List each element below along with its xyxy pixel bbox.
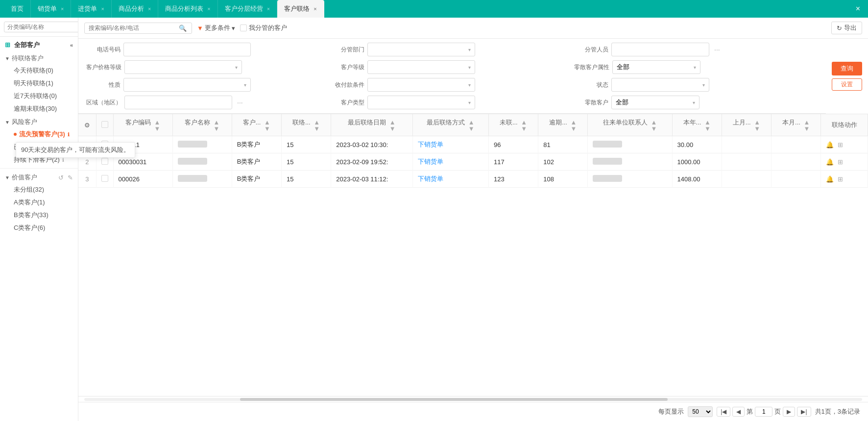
filter-region-ellipsis[interactable]: ··· [235, 99, 245, 106]
tab-customer-layer-close[interactable]: × [267, 0, 270, 18]
my-customers-wrap[interactable]: 我分管的客户 [240, 24, 287, 32]
tab-customer-contact[interactable]: 客户联络 × [277, 0, 324, 18]
row1-action-grid-icon[interactable]: ⊞ [838, 141, 843, 149]
row1-action-bell-icon[interactable]: 🔔 [826, 141, 834, 149]
sidebar-item-classA[interactable]: A类客户(1) [4, 196, 78, 209]
pagination: 每页显示 50 20 100 |◀ ◀ 第 页 ▶ ▶| 共1页，3条记录 [78, 402, 868, 421]
filter-nature: 性质 ▾ [86, 78, 330, 92]
row2-action-bell-icon[interactable]: 🔔 [826, 158, 834, 166]
more-conditions-btn[interactable]: ▼ 更多条件 ▾ [197, 24, 235, 32]
row3-action-grid-icon[interactable]: ⊞ [838, 175, 843, 183]
first-page-btn[interactable]: |◀ [717, 407, 730, 417]
table-header-last-date[interactable]: 最后联络日期 ▲▼ [331, 114, 413, 136]
tab-sales[interactable]: 销货单 × [31, 0, 71, 18]
filter-status-select[interactable]: ▾ [611, 78, 709, 92]
sidebar-group-value[interactable]: ▼ 价值客户 ↺ ✎ [0, 171, 78, 183]
tab-purchase[interactable]: 进货单 × [71, 0, 111, 18]
filter-customer-level-select[interactable]: ▾ [367, 60, 475, 74]
table-header-overdue[interactable]: 逾期... ▲▼ [538, 114, 588, 136]
main-search-icon[interactable]: 🔍 [179, 25, 187, 32]
filter-payment-select[interactable]: ▾ [367, 78, 475, 92]
top-navigation: 首页 销货单 × 进货单 × 商品分析 × 商品分析列表 × 客户分层经营 × … [0, 0, 868, 18]
row2-last-method-link[interactable]: 下销货单 [418, 158, 443, 165]
sidebar-item-churn-warning[interactable]: 流失预警客户(3) ℹ [4, 128, 78, 141]
tab-purchase-close[interactable]: × [101, 0, 104, 18]
sidebar-all-customers[interactable]: ⊞ 全部客户 « [0, 37, 78, 51]
filter-manager-input[interactable] [611, 43, 709, 56]
row1-last-method-link[interactable]: 下销货单 [418, 141, 443, 148]
table-header-this-year[interactable]: 本年... ▲▼ [672, 114, 722, 136]
export-button[interactable]: ↻ 导出 [831, 22, 862, 34]
sidebar-item-tomorrow[interactable]: 明天待联络(1) [4, 77, 78, 90]
per-page-select[interactable]: 50 20 100 [688, 406, 713, 417]
table-header-last-month[interactable]: 上月... ▲▼ [722, 114, 771, 136]
table-header-last-method[interactable]: 最后联络方式 ▲▼ [412, 114, 488, 136]
value-refresh-icon[interactable]: ↺ [58, 174, 64, 181]
row3-checkbox[interactable] [96, 171, 113, 188]
tab-product-list[interactable]: 商品分析列表 × [158, 0, 217, 18]
sidebar-collapse-icon[interactable]: « [70, 42, 73, 48]
filter-scatter-select[interactable]: 全部 ▾ [611, 96, 699, 109]
settings-button[interactable]: 设置 [832, 78, 862, 91]
sidebar-item-ungroup[interactable]: 未分组(32) [4, 183, 78, 196]
prev-page-btn[interactable]: ◀ [732, 407, 745, 417]
tab-product-analysis[interactable]: 商品分析 × [112, 0, 158, 18]
row2-name [172, 153, 232, 171]
row3-last-method-link[interactable]: 下销货单 [418, 175, 443, 182]
filter-nature-select[interactable]: ▾ [123, 78, 251, 92]
horizontal-scrollbar[interactable] [78, 396, 868, 402]
filter-scatter-attr-select[interactable]: 全部 ▾ [612, 60, 700, 74]
tab-home[interactable]: 首页 [4, 0, 31, 18]
filter-region-input[interactable] [124, 96, 232, 109]
table-header-name[interactable]: 客户名称 ▲▼ [172, 114, 232, 136]
filter-dept-select[interactable]: ▾ [367, 43, 475, 56]
tab-product-analysis-label: 商品分析 [119, 0, 144, 18]
filter-customer-level-label: 客户等级 [330, 63, 364, 72]
sidebar-item-today[interactable]: 今天待联络(0) [4, 64, 78, 77]
churn-warning-info-icon[interactable]: ℹ [68, 132, 70, 137]
query-button[interactable]: 查询 [832, 62, 862, 75]
tab-customer-layer[interactable]: 客户分层经营 × [218, 0, 277, 18]
table-header-type[interactable]: 客户... ▲▼ [232, 114, 281, 136]
tab-product-analysis-close[interactable]: × [148, 0, 151, 18]
sidebar-item-7days[interactable]: 近7天待联络(0) [4, 90, 78, 102]
sidebar-group-pending[interactable]: ▼ 待联络客户 [0, 51, 78, 64]
tab-product-list-close[interactable]: × [207, 0, 210, 18]
filter-price-level-select[interactable]: ▾ [124, 60, 242, 74]
table-header-gear[interactable]: ⚙ [78, 114, 96, 136]
tab-sales-close[interactable]: × [61, 0, 64, 18]
value-edit-icon[interactable]: ✎ [68, 174, 73, 181]
sidebar-item-classC[interactable]: C类客户(6) [4, 222, 78, 234]
sidebar-item-classB[interactable]: B类客户(33) [4, 209, 78, 222]
filter-phone-input[interactable] [123, 43, 251, 56]
window-close-button[interactable]: × [852, 4, 864, 13]
main-search-input[interactable] [89, 25, 177, 31]
row2-last-method[interactable]: 下销货单 [412, 153, 488, 171]
sidebar-group-risk[interactable]: ▼ 风险客户 [0, 115, 78, 128]
col-last-date-label: 最后联络日期 [348, 119, 386, 126]
current-page-input[interactable] [755, 407, 772, 417]
row3-action-bell-icon[interactable]: 🔔 [826, 175, 834, 183]
filter-customer-type-select[interactable]: ▾ [367, 96, 475, 109]
table-header-code[interactable]: 客户编码 ▲▼ [113, 114, 172, 136]
table-header-checkbox[interactable] [96, 114, 113, 136]
select-all-checkbox[interactable] [101, 121, 108, 128]
sidebar-search-input[interactable] [4, 22, 78, 32]
my-customers-checkbox[interactable] [240, 25, 247, 31]
filter-manager-ellipsis[interactable]: ··· [712, 46, 722, 53]
col-this-month-label: 本月... [782, 119, 800, 126]
last-page-btn[interactable]: ▶| [797, 407, 811, 417]
table-header-contact2[interactable]: 往来单位联系人 ▲▼ [588, 114, 672, 136]
row2-action-grid-icon[interactable]: ⊞ [838, 158, 843, 166]
row3-last-method[interactable]: 下销货单 [412, 171, 488, 188]
scroll-track[interactable] [84, 398, 862, 401]
table-header-this-month[interactable]: 本月... ▲▼ [772, 114, 821, 136]
next-page-btn[interactable]: ▶ [783, 407, 795, 417]
scroll-thumb[interactable] [240, 398, 668, 401]
sidebar-item-overdue[interactable]: 逾期未联络(30) [4, 102, 78, 115]
table-header-unlink[interactable]: 未联... ▲▼ [488, 114, 538, 136]
row1-last-method[interactable]: 下销货单 [412, 136, 488, 153]
tab-customer-contact-close[interactable]: × [313, 0, 316, 18]
table-header-contact[interactable]: 联络... ▲▼ [281, 114, 331, 136]
declining-info-icon[interactable]: ℹ [62, 157, 64, 163]
